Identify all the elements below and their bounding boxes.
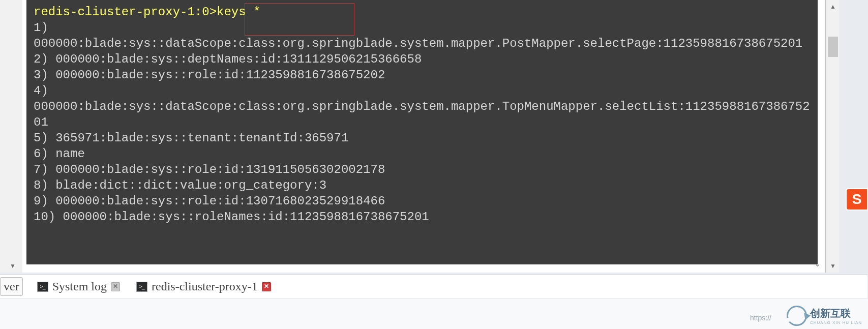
scroll-up-icon[interactable]: ▲ — [826, 1, 840, 12]
editor-area: redis-cliuster-proxy-1:0>keys * 1) 00000… — [22, 0, 826, 273]
tab-system-log[interactable]: System log ✕ — [35, 279, 122, 294]
url-hint: https:// — [750, 314, 771, 322]
logo-subtext: CHUANG XIN HU LIAN — [810, 320, 862, 325]
tab-redis-proxy[interactable]: redis-cliuster-proxy-1 ✕ — [134, 279, 273, 294]
close-icon: ✕ — [111, 282, 120, 291]
logo-text: 创新互联 — [810, 308, 851, 319]
scroll-thumb[interactable] — [828, 37, 838, 57]
footer-bar: https:// 创新互联 CHUANG XIN HU LIAN — [0, 298, 868, 329]
terminal-output[interactable]: redis-cliuster-proxy-1:0>keys * 1) 00000… — [26, 0, 818, 264]
scroll-down-icon[interactable]: ▼ — [6, 260, 19, 272]
brand-logo: 创新互联 CHUANG XIN HU LIAN — [787, 306, 862, 326]
tab-trunc-left[interactable]: ver — [0, 277, 23, 296]
tab-label: System log — [52, 280, 107, 293]
close-icon[interactable]: ✕ — [262, 282, 271, 291]
logo-text-wrap: 创新互联 CHUANG XIN HU LIAN — [810, 307, 862, 325]
terminal-icon — [37, 282, 48, 292]
left-scroll-track[interactable] — [4, 0, 17, 273]
terminal-icon — [136, 282, 147, 292]
scroll-down-main-icon[interactable]: ⌄ — [811, 257, 823, 270]
left-scrollbar[interactable]: ▼ — [0, 0, 22, 273]
scroll-down-icon[interactable]: ▼ — [826, 260, 840, 272]
side-badge[interactable]: S — [846, 188, 868, 211]
tab-label: redis-cliuster-proxy-1 — [152, 280, 258, 293]
right-scrollbar[interactable]: ▲ ▼ — [826, 0, 839, 273]
tab-bar: ver System log ✕ redis-cliuster-proxy-1 … — [0, 275, 867, 298]
logo-icon — [785, 304, 809, 327]
